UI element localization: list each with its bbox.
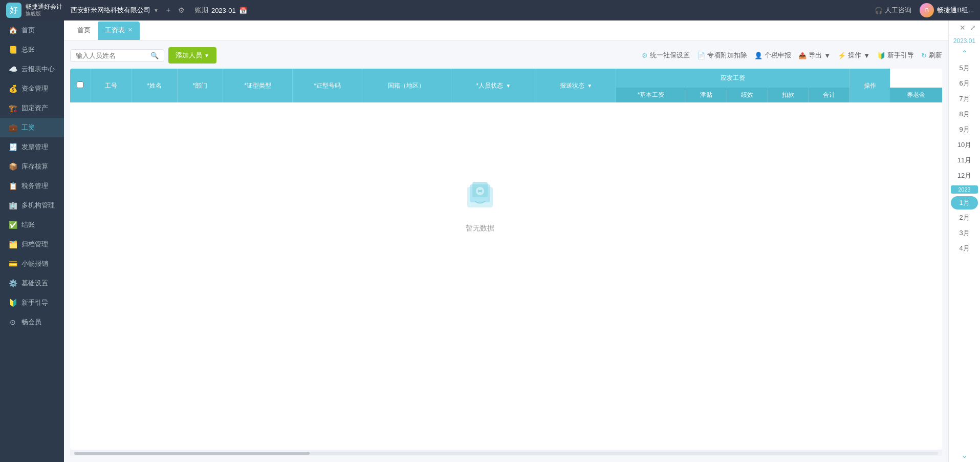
month-item-3[interactable]: 3月 — [949, 225, 980, 241]
settings-menu-icon: ⚙️ — [8, 279, 17, 287]
close-period-icon: ✅ — [8, 221, 17, 229]
inventory-icon: 📦 — [8, 162, 17, 171]
deduction-label: 专项附加扣除 — [707, 51, 747, 60]
sidebar-label-fund: 资金管理 — [21, 84, 48, 93]
col-status[interactable]: *人员状态 ▼ — [451, 69, 536, 102]
right-panel: ✕ ⤢ 2023.01 ⌃ 5月 6月 7月 8月 9月 10月 11月 12月… — [948, 20, 980, 462]
select-all-checkbox[interactable] — [77, 81, 83, 88]
months-scroll-down[interactable]: ⌄ — [949, 448, 980, 462]
search-wrap[interactable]: 🔍 — [70, 49, 164, 62]
month-item-7[interactable]: 7月 — [949, 91, 980, 107]
month-item-4[interactable]: 4月 — [949, 241, 980, 256]
tab-close-icon[interactable]: ✕ — [128, 27, 133, 33]
col-name: *姓名 — [132, 69, 177, 102]
add-icon[interactable]: ＋ — [165, 6, 172, 15]
sidebar-label-cloud: 云报表中心 — [21, 65, 55, 74]
salary-icon: 💼 — [8, 123, 17, 132]
sidebar-item-invoice[interactable]: 🧾 发票管理 — [0, 137, 64, 157]
social-security-icon: ⚙ — [642, 52, 648, 59]
right-panel-controls: ✕ ⤢ — [949, 20, 980, 35]
guide-label: 新手引导 — [887, 51, 914, 60]
month-item-2[interactable]: 2月 — [949, 210, 980, 225]
sidebar-item-home[interactable]: 🏠 首页 — [0, 20, 64, 40]
col-id-type: *证型类型 — [223, 69, 292, 102]
sidebar-item-inventory[interactable]: 📦 库存核算 — [0, 157, 64, 176]
horizontal-scrollbar[interactable] — [70, 450, 942, 456]
month-item-6[interactable]: 6月 — [949, 76, 980, 91]
deduction-icon: 📄 — [697, 52, 705, 59]
sidebar-item-close[interactable]: ✅ 结账 — [0, 215, 64, 235]
expense-icon: 💳 — [8, 260, 17, 268]
service-button[interactable]: 🎧 人工咨询 — [875, 6, 911, 15]
sidebar-label-close: 结账 — [21, 220, 35, 229]
company-selector[interactable]: 西安虾米网络科技有限公司 ▼ — [71, 6, 159, 15]
month-item-1[interactable]: 1月 — [951, 196, 978, 209]
sidebar-item-fixed-assets[interactable]: 🏗️ 固定资产 — [0, 98, 64, 118]
period-label: 账期 — [195, 6, 208, 15]
month-item-8[interactable]: 8月 — [949, 107, 980, 122]
sidebar-item-cloud-report[interactable]: ☁️ 云报表中心 — [0, 59, 64, 79]
refresh-icon: ↻ — [921, 52, 927, 59]
tab-salary-label: 工资表 — [105, 26, 125, 35]
months-scroll-up[interactable]: ⌃ — [949, 47, 980, 60]
empty-icon — [460, 177, 500, 218]
scrollbar-track[interactable] — [74, 452, 938, 455]
month-item-9[interactable]: 9月 — [949, 122, 980, 137]
month-item-5[interactable]: 5月 — [949, 60, 980, 76]
export-label: 导出 — [809, 51, 822, 60]
sidebar-item-multi-org[interactable]: 🏢 多机构管理 — [0, 196, 64, 215]
calendar-icon[interactable]: 📅 — [239, 7, 247, 14]
guide-action-icon: 🔰 — [877, 52, 885, 59]
cloud-icon: ☁️ — [8, 65, 17, 73]
add-person-button[interactable]: 添加人员 ▼ — [168, 47, 216, 64]
month-item-10[interactable]: 10月 — [949, 137, 980, 153]
sidebar-item-settings[interactable]: ⚙️ 基础设置 — [0, 274, 64, 293]
guide-icon: 🔰 — [8, 299, 17, 307]
sidebar-item-ledger[interactable]: 📒 总账 — [0, 40, 64, 59]
fund-icon: 💰 — [8, 85, 17, 93]
sidebar-item-member[interactable]: ⊙ 畅会员 — [0, 312, 64, 332]
data-table-container: 工号 *姓名 *部门 *证型类型 *证型号码 国籍（地区） *人员状态 ▼ 报送… — [70, 69, 942, 450]
sidebar-item-fund[interactable]: 💰 资金管理 — [0, 79, 64, 98]
settings-icon[interactable]: ⚙ — [178, 6, 185, 14]
invoice-icon: 🧾 — [8, 143, 17, 151]
month-item-11[interactable]: 11月 — [949, 153, 980, 168]
sidebar-item-salary[interactable]: 💼 工资 — [0, 118, 64, 137]
refresh-btn[interactable]: ↻ 刷新 — [921, 51, 942, 60]
sidebar-item-archive[interactable]: 🗂️ 归档管理 — [0, 235, 64, 254]
sidebar-label-invoice: 发票管理 — [21, 142, 48, 152]
table-checkbox-header[interactable] — [70, 69, 91, 102]
search-input[interactable] — [76, 52, 147, 59]
extra-deduction-btn[interactable]: 📄 专项附加扣除 — [697, 51, 747, 60]
right-panel-expand-icon[interactable]: ⤢ — [970, 24, 976, 32]
add-btn-label: 添加人员 — [176, 51, 202, 60]
headset-icon: 🎧 — [875, 7, 883, 14]
report-filter-icon: ▼ — [587, 83, 592, 89]
export-btn[interactable]: 📤 导出 ▼ — [798, 51, 831, 60]
personal-tax-btn[interactable]: 👤 个税申报 — [754, 51, 791, 60]
user-info[interactable]: B 畅捷通B组... — [920, 3, 974, 17]
col-report-status[interactable]: 报送状态 ▼ — [536, 69, 616, 102]
export-arrow-icon: ▼ — [824, 52, 831, 59]
sidebar-label-multi: 多机构管理 — [21, 201, 55, 210]
tab-home-label: 首页 — [77, 26, 91, 35]
guide-btn[interactable]: 🔰 新手引导 — [877, 51, 914, 60]
sidebar-item-guide[interactable]: 🔰 新手引导 — [0, 293, 64, 312]
sidebar-label-fixed: 固定资产 — [21, 103, 48, 113]
tab-salary-table[interactable]: 工资表 ✕ — [98, 22, 140, 40]
sidebar-item-expense[interactable]: 💳 小畅报销 — [0, 254, 64, 274]
sidebar-label-member: 畅会员 — [21, 318, 41, 327]
social-security-btn[interactable]: ⚙ 统一社保设置 — [642, 51, 690, 60]
add-btn-arrow-icon: ▼ — [204, 53, 209, 58]
tax-icon: 📋 — [8, 182, 17, 190]
sidebar-item-tax[interactable]: 📋 税务管理 — [0, 176, 64, 196]
col-pension: 养老金 — [890, 88, 942, 102]
company-dropdown-arrow: ▼ — [154, 8, 159, 13]
scrollbar-thumb[interactable] — [74, 452, 310, 455]
month-item-12[interactable]: 12月 — [949, 168, 980, 183]
tab-home[interactable]: 首页 — [70, 22, 98, 40]
right-panel-close-icon[interactable]: ✕ — [960, 24, 966, 32]
col-allowance: 津贴 — [686, 88, 727, 102]
empty-state-row: 暂无数据 — [70, 102, 942, 307]
operations-btn[interactable]: ⚡ 操作 ▼ — [838, 51, 870, 60]
